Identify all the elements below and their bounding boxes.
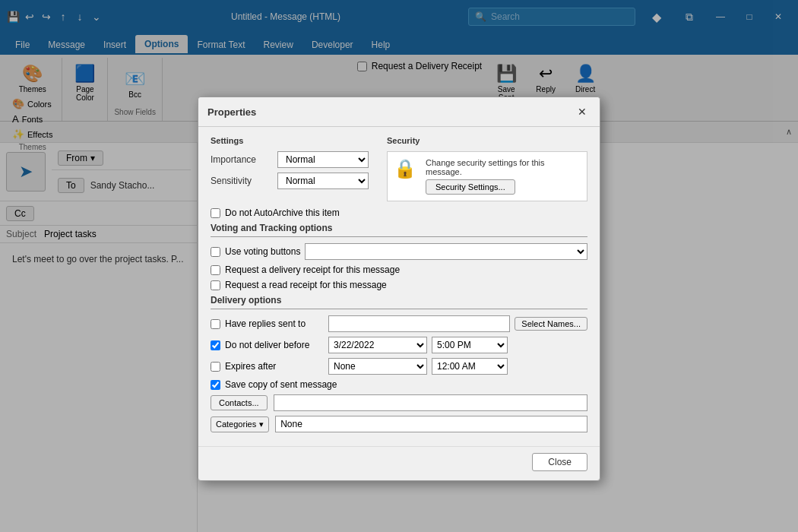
voting-label: Voting and Tracking options [211, 223, 587, 237]
security-box: 🔒 Change security settings for this mess… [387, 151, 587, 201]
dialog-title: Properties [207, 106, 256, 118]
categories-btn-label: Categories [216, 420, 256, 429]
categories-dropdown-icon: ▾ [259, 420, 264, 429]
have-replies-row: Have replies sent to Select Names... [211, 315, 587, 332]
security-label: Security [387, 136, 587, 145]
save-copy-checkbox[interactable] [211, 380, 220, 390]
sensitivity-select[interactable]: Normal [277, 173, 369, 189]
contacts-input[interactable] [274, 394, 587, 411]
contacts-button[interactable]: Contacts... [211, 395, 268, 410]
expires-date-select[interactable]: None [328, 358, 427, 375]
importance-row: Importance Normal [211, 151, 378, 168]
dialog-footer: Close [198, 446, 600, 480]
settings-label: Settings [211, 136, 378, 145]
security-section: Security 🔒 Change security settings for … [387, 136, 587, 207]
autoarchive-row: Do not AutoArchive this item [211, 207, 587, 218]
categories-dropdown[interactable]: Categories ▾ [211, 416, 269, 432]
security-settings-button[interactable]: Security Settings... [426, 179, 515, 195]
sensitivity-row: Sensitivity Normal [211, 173, 378, 189]
have-replies-checkbox[interactable] [211, 319, 220, 329]
expires-checkbox[interactable] [211, 362, 220, 372]
request-delivery-dialog-checkbox[interactable] [211, 265, 220, 275]
autoarchive-label: Do not AutoArchive this item [225, 207, 340, 218]
request-read-checkbox[interactable] [211, 280, 220, 290]
properties-dialog: Properties ✕ Settings Importance Normal [198, 97, 600, 481]
dialog-body: Settings Importance Normal Sensitivity N… [198, 127, 600, 446]
security-content: Change security settings for this messag… [426, 158, 581, 195]
settings-grid: Importance Normal Sensitivity Normal [211, 151, 378, 189]
use-voting-label: Use voting buttons [225, 246, 300, 257]
do-not-deliver-date-select[interactable]: 3/22/2022 [328, 337, 427, 353]
expires-time-select[interactable]: 12:00 AM [432, 358, 508, 375]
settings-security-row: Settings Importance Normal Sensitivity N… [211, 136, 587, 207]
do-not-deliver-label: Do not deliver before [225, 340, 324, 350]
importance-select[interactable]: Normal [277, 151, 369, 168]
do-not-deliver-checkbox[interactable] [211, 340, 220, 350]
save-copy-label: Save copy of sent message [225, 379, 337, 390]
save-copy-row: Save copy of sent message [211, 379, 587, 390]
categories-input[interactable] [275, 416, 587, 432]
request-read-row: Request a read receipt for this message [211, 280, 587, 290]
contacts-row: Contacts... [211, 394, 587, 411]
dialog-overlay: Properties ✕ Settings Importance Normal [0, 0, 798, 532]
expires-label: Expires after [225, 361, 324, 372]
use-voting-checkbox[interactable] [211, 247, 220, 257]
request-delivery-row: Request a delivery receipt for this mess… [211, 264, 587, 275]
security-icon: 🔒 [394, 158, 416, 179]
autoarchive-checkbox[interactable] [211, 208, 220, 218]
importance-label: Importance [211, 154, 271, 165]
request-delivery-dialog-label: Request a delivery receipt for this mess… [225, 264, 400, 275]
dialog-titlebar: Properties ✕ [198, 97, 600, 127]
sensitivity-label: Sensitivity [211, 176, 271, 186]
do-not-deliver-time-select[interactable]: 5:00 PM [432, 337, 508, 353]
voting-select[interactable] [305, 243, 587, 260]
voting-buttons-row: Use voting buttons [211, 243, 587, 260]
have-replies-input[interactable] [328, 315, 510, 332]
security-text: Change security settings for this messag… [426, 158, 581, 176]
request-read-label: Request a read receipt for this message [225, 280, 387, 290]
close-button[interactable]: Close [532, 453, 587, 471]
settings-section: Settings Importance Normal Sensitivity N… [211, 136, 378, 207]
dialog-close-button[interactable]: ✕ [574, 103, 591, 120]
do-not-deliver-row: Do not deliver before 3/22/2022 5:00 PM [211, 337, 587, 353]
expires-row: Expires after None 12:00 AM [211, 358, 587, 375]
select-names-button[interactable]: Select Names... [515, 317, 587, 331]
delivery-label: Delivery options [211, 295, 587, 309]
categories-row: Categories ▾ [211, 416, 587, 432]
have-replies-label: Have replies sent to [225, 318, 324, 329]
